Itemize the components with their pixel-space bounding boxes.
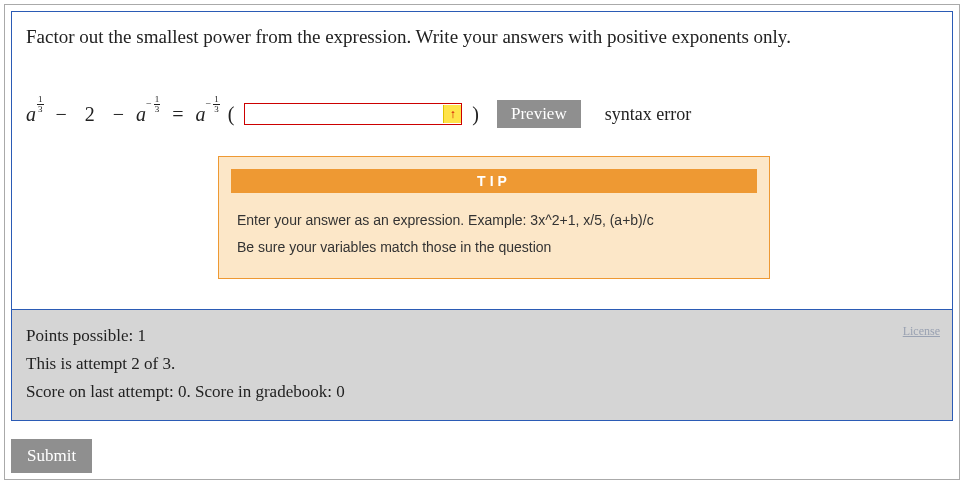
license-link[interactable]: License xyxy=(903,322,940,342)
constant-2: 2 xyxy=(85,103,95,126)
preview-button[interactable]: Preview xyxy=(497,100,581,128)
minus-op: − xyxy=(113,103,124,126)
equals-op: = xyxy=(172,103,183,126)
score-info: Score on last attempt: 0. Score in grade… xyxy=(26,378,938,406)
term-a-exp1: a 1 3 xyxy=(26,103,44,126)
tip-line: Enter your answer as an expression. Exam… xyxy=(237,207,751,234)
question-block: Factor out the smallest power from the e… xyxy=(11,11,953,421)
answer-input-wrap[interactable]: ↑ xyxy=(244,103,462,125)
neg-exponent: − 1 3 xyxy=(146,95,160,114)
footer-block: License Points possible: 1 This is attem… xyxy=(12,309,952,420)
points-possible: Points possible: 1 xyxy=(26,322,938,350)
tip-box: TIP Enter your answer as an expression. … xyxy=(218,156,770,279)
open-paren: ( xyxy=(228,103,235,126)
math-expression: a 1 3 − 2 − a − 1 3 xyxy=(26,100,938,128)
attempt-info: This is attempt 2 of 3. xyxy=(26,350,938,378)
question-prompt: Factor out the smallest power from the e… xyxy=(26,26,938,48)
answer-input[interactable] xyxy=(245,104,443,124)
submit-button[interactable]: Submit xyxy=(11,439,92,473)
exponent-frac: 1 3 xyxy=(37,95,44,114)
close-paren: ) xyxy=(472,103,479,126)
tip-body: Enter your answer as an expression. Exam… xyxy=(231,193,757,266)
neg-exponent: − 1 3 xyxy=(205,95,219,114)
term-a-rhs: a − 1 3 xyxy=(195,103,219,126)
tip-line: Be sure your variables match those in th… xyxy=(237,234,751,261)
syntax-error-msg: syntax error xyxy=(605,104,691,125)
minus-op: − xyxy=(56,103,67,126)
term-a-exp-neg: a − 1 3 xyxy=(136,103,160,126)
prompt-area: Factor out the smallest power from the e… xyxy=(12,12,952,309)
page-frame: Factor out the smallest power from the e… xyxy=(4,4,960,480)
tip-header: TIP xyxy=(231,169,757,193)
arrow-up-icon[interactable]: ↑ xyxy=(443,105,461,123)
